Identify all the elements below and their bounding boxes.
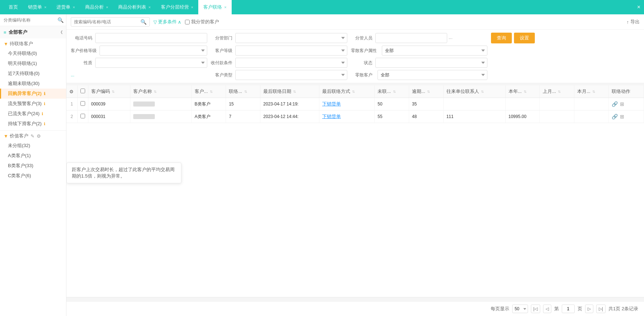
export-button[interactable]: ↑ 导出 — [627, 19, 640, 25]
chevron-down-icon: ∧ — [178, 19, 181, 25]
customer-type-select[interactable] — [235, 70, 347, 80]
price-grade-select[interactable] — [99, 46, 207, 56]
sort-date-icon[interactable]: ⇅ — [293, 90, 296, 94]
settings-button[interactable]: 设置 — [514, 33, 535, 43]
phone-input[interactable] — [95, 33, 207, 43]
sort-last-month-icon[interactable]: ⇅ — [558, 90, 561, 94]
last-page-button[interactable]: ▷| — [596, 305, 606, 313]
filter-row-1: 电话号码 分管部门 分管人员 ··· 查询 设置 — [71, 33, 640, 43]
table-area: 距客户上次交易时长，超过了此客户的平均交易周期的1.5倍，则视为异常。 ⚙ 客户… — [66, 85, 644, 297]
sidebar-item-class-a[interactable]: A类客户(1) — [0, 151, 66, 161]
sidebar-search-input[interactable] — [4, 18, 57, 23]
edit-value-icon[interactable]: ✎ — [31, 133, 34, 139]
close-all-tabs-icon[interactable]: × — [637, 4, 640, 10]
sidebar-item-class-c[interactable]: C类客户(6) — [0, 171, 66, 181]
grid-icon-2[interactable]: ⊞ — [620, 114, 624, 119]
dept-select[interactable] — [235, 33, 347, 43]
sort-code-icon[interactable]: ⇅ — [112, 90, 115, 94]
search-box: 🔍 — [71, 17, 150, 27]
sidebar-item-today[interactable]: 今天待联络(0) — [0, 48, 66, 58]
first-page-button[interactable]: |◁ — [531, 305, 540, 313]
sort-this-month-icon[interactable]: ⇅ — [592, 90, 595, 94]
filter-row-3: 性质 收付款条件 状态 — [71, 58, 640, 68]
sidebar-all-customers[interactable]: ≡ 全部客户 《 — [0, 26, 66, 38]
search-icon[interactable]: 🔍 — [140, 19, 147, 25]
my-customers-checkbox[interactable] — [185, 20, 190, 24]
sort-name-icon[interactable]: ⇅ — [154, 90, 157, 94]
sort-method-icon[interactable]: ⇅ — [352, 90, 355, 94]
nav-item-customer-contact[interactable]: 客户联络 × — [198, 0, 231, 14]
close-product-analysis-icon[interactable]: × — [106, 5, 108, 9]
gear-icon[interactable]: ⚙ — [69, 89, 74, 94]
nav-item-home[interactable]: 首页 — [4, 0, 23, 14]
search-input[interactable] — [74, 19, 140, 24]
list-icon: ≡ — [4, 30, 6, 35]
gender-select[interactable] — [95, 58, 207, 68]
nav-item-customer-tier[interactable]: 客户分层经营 × — [156, 0, 198, 14]
close-customer-tier-icon[interactable]: × — [191, 5, 193, 9]
nav-item-product-analysis[interactable]: 商品分析 × — [80, 0, 113, 14]
settings-value-icon[interactable]: ⚙ — [37, 133, 41, 139]
close-purchase-icon[interactable]: × — [73, 5, 75, 9]
prev-page-button[interactable]: ◁ — [543, 305, 551, 313]
more-filters-button[interactable]: ▽ 更多条件 ∧ — [153, 19, 181, 25]
row-1-checkbox[interactable] — [80, 101, 85, 106]
row-2-name-blurred — [133, 114, 155, 119]
payment-select[interactable] — [235, 58, 347, 68]
select-all-checkbox[interactable] — [80, 89, 85, 93]
sidebar-item-tomorrow[interactable]: 明天待联络(1) — [0, 58, 66, 69]
sort-grade-icon[interactable]: ⇅ — [210, 90, 213, 94]
sidebar-item-unclassified[interactable]: 未分组(32) — [0, 141, 66, 151]
row-1-code[interactable]: 000039 — [88, 98, 130, 110]
more-filter-icon[interactable]: ... — [71, 72, 74, 77]
filter-payment: 收付款条件 — [211, 58, 347, 68]
sort-contact-icon[interactable]: ⇅ — [244, 90, 247, 94]
filter-dept: 分管部门 — [211, 33, 347, 43]
col-overdue: 逾期... ⇅ — [409, 85, 444, 98]
retail-attr-select[interactable]: 全部 — [382, 46, 487, 56]
nav-item-purchase[interactable]: 进货单 × — [51, 0, 80, 14]
nav-item-product-list[interactable]: 商品分析列表 × — [113, 0, 156, 14]
sidebar: 🔍 ≡ 全部客户 《 ▼ 待联络客户 今天待联络(0) 明天待联络(1) 近7天… — [0, 14, 66, 316]
sidebar-item-abnormal[interactable]: 回购异常客户(2) ℹ — [0, 89, 66, 99]
sidebar-search-icon[interactable]: 🔍 — [57, 17, 64, 23]
link-icon-1[interactable]: 🔗 — [612, 101, 618, 107]
query-button[interactable]: 查询 — [491, 33, 512, 43]
sort-uncontacted-icon[interactable]: ⇅ — [393, 90, 396, 94]
manager-more-icon[interactable]: ··· — [449, 36, 453, 41]
close-product-list-icon[interactable]: × — [148, 5, 150, 9]
next-page-button[interactable]: ▷ — [585, 305, 593, 313]
grid-icon-1[interactable]: ⊞ — [620, 101, 624, 107]
sidebar-value-section: ▼ 价值客户 ✎ ⚙ — [0, 130, 66, 141]
row-2-code[interactable]: 000031 — [88, 110, 130, 123]
row-2-this-year: 10995.00 — [505, 110, 540, 123]
status-select[interactable] — [375, 58, 487, 68]
sidebar-item-class-b[interactable]: B类客户(33) — [0, 161, 66, 171]
row-2-last-month — [540, 110, 574, 123]
page-input[interactable] — [562, 305, 575, 313]
col-this-month: 本月... ⇅ — [574, 85, 608, 98]
nav-item-sales[interactable]: 销货单 × — [23, 0, 51, 14]
collapse-sidebar-icon[interactable]: 《 — [59, 30, 62, 35]
page-size-select[interactable]: 50 — [512, 305, 528, 313]
close-customer-contact-icon[interactable]: × — [224, 5, 226, 9]
sort-contact-person-icon[interactable]: ⇅ — [481, 90, 484, 94]
retail-customer-select[interactable]: 全部 — [377, 70, 487, 80]
manager-input[interactable] — [375, 33, 447, 43]
sort-this-year-icon[interactable]: ⇅ — [524, 90, 527, 94]
content-area: 🔍 ▽ 更多条件 ∧ 我分管的客户 ↑ 导出 电话号码 — [66, 14, 644, 316]
table-header-row: ⚙ 客户编码 ⇅ 客户名称 ⇅ — [66, 85, 644, 98]
sidebar-item-declining[interactable]: 持续下滑客户(2) ℹ — [0, 119, 66, 129]
link-icon-2[interactable]: 🔗 — [612, 114, 618, 119]
sidebar-item-overdue[interactable]: 逾期未联络(30) — [0, 79, 66, 89]
sidebar-item-churn-warning[interactable]: 流失预警客户(3) ℹ — [0, 99, 66, 109]
scroll-bar[interactable] — [66, 297, 644, 301]
customer-grade-select[interactable] — [235, 46, 347, 56]
row-1-last-method[interactable]: 下销货单 — [319, 98, 375, 110]
row-2-checkbox[interactable] — [80, 114, 85, 118]
sidebar-item-7days[interactable]: 近7天待联络(0) — [0, 69, 66, 79]
sidebar-item-churned[interactable]: 已流失客户(24) ℹ — [0, 109, 66, 119]
sort-overdue-icon[interactable]: ⇅ — [427, 90, 430, 94]
row-2-last-method[interactable]: 下销货单 — [319, 110, 375, 123]
close-sales-icon[interactable]: × — [44, 5, 46, 9]
